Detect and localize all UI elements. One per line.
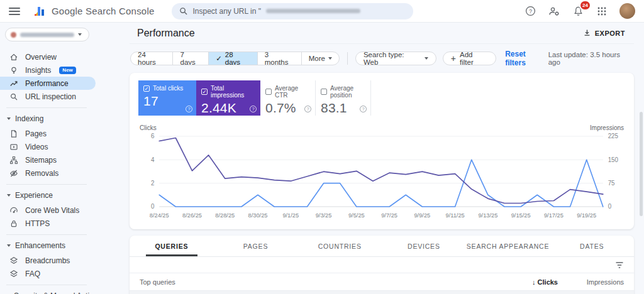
sidebar-item-overview[interactable]: Overview [0,50,96,63]
table-row[interactable] [130,291,634,294]
total-clicks-tile[interactable]: ✓ Total clicks 17 ? [138,80,196,116]
sidebar-item-insights[interactable]: Insights New [0,63,96,77]
column-clicks-sort[interactable]: ↓ Clicks [532,278,558,286]
tab-dates[interactable]: DATES [550,236,634,256]
sidebar-section-security[interactable]: Security & Manual Actions [0,290,123,294]
sidebar-item-label: HTTPS [25,219,50,228]
user-settings-icon[interactable] [548,5,560,18]
svg-text:?: ? [529,8,532,14]
help-icon[interactable]: ? [524,5,536,18]
tab-pages[interactable]: PAGES [214,236,298,256]
menu-icon[interactable] [9,8,20,15]
download-icon [583,29,591,37]
svg-text:150: 150 [608,156,619,163]
avatar[interactable] [619,3,635,19]
sidebar-item-label: Videos [25,143,48,151]
divider [6,285,87,285]
svg-text:8/30/25: 8/30/25 [248,212,268,219]
property-masked-url [20,33,74,37]
table-header-row: Top queries ↓ Clicks Impressions [130,273,634,291]
svg-text:8/26/25: 8/26/25 [182,212,202,219]
range-3-months[interactable]: 3 months [257,52,301,65]
dimensions-table-card: QUERIES PAGES COUNTRIES DEVICES SEARCH A… [130,236,634,294]
svg-text:9/7/25: 9/7/25 [381,212,397,219]
sidebar-item-https[interactable]: HTTPS [0,217,96,230]
new-badge: New [59,67,75,74]
sidebar-item-label: URL inspection [25,92,76,101]
notification-badge: 24 [580,1,590,9]
app-logo[interactable]: Google Search Console [33,4,154,18]
range-more[interactable]: More [301,52,339,65]
search-placeholder: Inspect any URL in " [192,7,261,16]
sidebar-item-breadcrumbs[interactable]: Breadcrumbs [0,254,96,267]
checkbox-checked-icon[interactable]: ✓ [143,85,150,92]
scrollbar-thumb[interactable] [640,112,643,216]
dimension-tabs: QUERIES PAGES COUNTRIES DEVICES SEARCH A… [130,236,634,257]
svg-text:9/15/25: 9/15/25 [511,212,531,219]
notifications-bell-icon[interactable]: 24 [572,5,584,18]
lock-icon [9,219,18,228]
svg-text:4: 4 [151,156,155,163]
sidebar-item-sitemaps[interactable]: Sitemaps [0,153,96,166]
export-button[interactable]: EXPORT [579,26,629,40]
sidebar-item-removals[interactable]: Removals [0,166,96,180]
sidebar-item-label: FAQ [25,270,40,278]
chevron-down-icon [78,33,82,36]
search-type-filter[interactable]: Search type: Web [355,52,436,65]
product-name: Google Search Console [52,6,154,16]
tab-search-appearance[interactable]: SEARCH APPEARANCE [466,236,550,256]
svg-text:9/9/25: 9/9/25 [414,212,430,219]
tab-queries[interactable]: QUERIES [130,236,214,256]
total-impressions-tile[interactable]: ✓ Total impressions 2.44K ? [196,80,260,116]
metric-tiles: ✓ Total clicks 17 ? ✓ Total impressions … [138,80,625,116]
checkbox-checked-icon[interactable]: ✓ [201,89,208,95]
average-ctr-tile[interactable]: Average CTR 0.7% ? [260,80,316,116]
average-position-tile[interactable]: Average position 83.1 ? [316,80,371,116]
sidebar-item-videos[interactable]: Videos [0,140,96,153]
sidebar-section-experience[interactable]: Experience [0,189,123,202]
svg-text:9/17/25: 9/17/25 [544,212,564,219]
sidebar-item-core-web-vitals[interactable]: Core Web Vitals [0,204,96,217]
sidebar-section-indexing[interactable]: Indexing [0,112,123,125]
average-ctr-value: 0.7% [265,101,310,116]
home-icon [9,53,18,62]
average-position-value: 83.1 [321,101,365,116]
sidebar-item-faq[interactable]: FAQ [0,267,96,280]
performance-chart[interactable]: 02460751502258/24/258/26/258/28/258/30/2… [138,131,625,226]
page-icon [9,129,18,138]
lightbulb-icon [9,66,18,75]
help-icon[interactable]: ? [186,106,192,112]
svg-text:9/11/25: 9/11/25 [446,212,465,219]
column-top-queries: Top queries [140,278,175,286]
filter-funnel-icon[interactable] [615,261,624,269]
main-content: Performance EXPORT 24 hours 7 days ✓ 28 … [123,23,644,294]
svg-text:9/1/25: 9/1/25 [282,212,299,219]
chevron-down-icon [7,194,11,197]
speedometer-icon [9,206,18,215]
reset-filters-link[interactable]: Reset filters [505,50,548,67]
sidebar-item-url-inspection[interactable]: URL inspection [0,90,96,103]
property-selector[interactable] [5,28,89,41]
column-impressions[interactable]: Impressions [558,278,624,286]
sidebar-section-enhancements[interactable]: Enhancements [0,239,123,252]
sidebar-item-performance[interactable]: Performance [0,77,96,90]
checkbox-unchecked-icon[interactable] [265,89,272,95]
svg-text:2: 2 [151,180,154,187]
help-icon[interactable]: ? [250,106,257,112]
total-clicks-value: 17 [143,94,191,109]
add-filter-button[interactable]: + Add filter [443,52,496,65]
divider [347,52,348,65]
svg-text:9/5/25: 9/5/25 [348,212,365,219]
help-icon[interactable]: ? [360,106,367,112]
sidebar-item-label: Breadcrumbs [25,256,70,265]
checkbox-unchecked-icon[interactable] [321,89,327,95]
sidebar-item-pages[interactable]: Pages [0,127,96,140]
range-24-hours[interactable]: 24 hours [131,52,172,65]
help-icon[interactable]: ? [304,106,311,112]
tab-devices[interactable]: DEVICES [382,236,466,256]
tab-countries[interactable]: COUNTRIES [297,236,382,256]
google-apps-icon[interactable] [596,5,608,18]
range-7-days[interactable]: 7 days [172,52,208,65]
url-inspect-input[interactable]: Inspect any URL in " [172,3,413,19]
range-28-days[interactable]: ✓ 28 days [208,52,257,65]
